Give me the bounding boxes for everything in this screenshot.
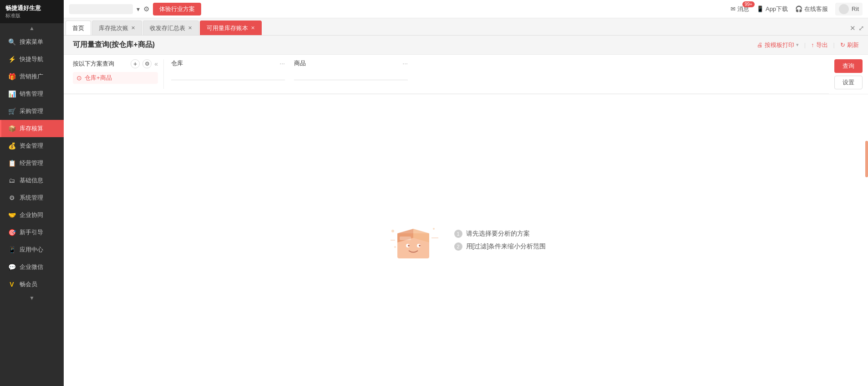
- settings-button[interactable]: 设置: [834, 76, 863, 89]
- scheme-icon: ⊙: [76, 74, 82, 82]
- sidebar-item-guide[interactable]: 🎯 新手引导: [0, 224, 64, 241]
- money-icon: 💰: [8, 142, 16, 149]
- empty-text: 1 请先选择要分析的方案 2 用[过滤]条件来缩小分析范围: [454, 230, 546, 251]
- warehouse-input[interactable]: [171, 69, 285, 80]
- refresh-label: 刷新: [847, 41, 859, 49]
- tab-batch-account[interactable]: 库存批次账 ✕: [92, 21, 142, 35]
- sidebar-scroll-up[interactable]: ▲: [0, 23, 64, 33]
- chat-icon: 💬: [8, 263, 16, 271]
- product-input[interactable]: [294, 69, 408, 80]
- online-support-label: 在线客服: [804, 5, 828, 13]
- user-area[interactable]: Rit: [835, 3, 863, 15]
- lightning-icon: ⚡: [8, 56, 16, 63]
- settings-scheme-button[interactable]: ⚙: [142, 59, 152, 68]
- trial-button[interactable]: 体验行业方案: [153, 3, 201, 15]
- scheme-label: 仓库+商品: [85, 74, 112, 82]
- print-dropdown-icon[interactable]: ▾: [796, 42, 799, 48]
- app-download-button[interactable]: 📱 App下载: [756, 5, 788, 13]
- sidebar-scroll-down[interactable]: ▼: [0, 293, 64, 303]
- sidebar-label-guide: 新手引导: [20, 228, 43, 237]
- sidebar-item-sales[interactable]: 📊 销售管理: [0, 85, 64, 103]
- filter-area: 按以下方案查询 + ⚙ « ⊙ 仓库+商品: [64, 55, 829, 94]
- svg-point-6: [408, 245, 410, 247]
- query-button[interactable]: 查询: [834, 59, 863, 73]
- topbar-right: ✉ 消息 99+ 📱 App下载 🎧 在线客服 Rit: [731, 3, 863, 15]
- user-name: Rit: [852, 5, 859, 12]
- tab-available-stock-close[interactable]: ✕: [251, 25, 255, 31]
- empty-state: 1 请先选择要分析的方案 2 用[过滤]条件来缩小分析范围: [64, 94, 868, 386]
- sidebar-label-finance: 资金管理: [20, 142, 43, 150]
- tab-batch-account-close[interactable]: ✕: [131, 25, 135, 31]
- sidebar-item-purchase[interactable]: 🛒 采购管理: [0, 103, 64, 120]
- sidebar-label-basic: 基础信息: [20, 176, 43, 185]
- topbar-dropdown-button[interactable]: ▾: [137, 5, 140, 13]
- tab-available-stock-label: 可用量库存账本: [207, 24, 248, 32]
- sidebar-item-member[interactable]: V 畅会员: [0, 276, 64, 293]
- sidebar-item-system[interactable]: ⚙ 系统管理: [0, 189, 64, 206]
- topbar-search-input[interactable]: [69, 4, 133, 14]
- tab-home-label: 首页: [72, 24, 84, 32]
- export-icon: ↑: [811, 41, 814, 48]
- filter-scheme-actions: + ⚙ «: [131, 59, 158, 68]
- sidebar-item-marketing[interactable]: 🎁 营销推广: [0, 68, 64, 85]
- tab-receipt-summary[interactable]: 收发存汇总表 ✕: [143, 21, 199, 35]
- scheme-warehouse-product[interactable]: ⊙ 仓库+商品: [73, 72, 158, 84]
- handshake-icon: 🤝: [8, 211, 16, 219]
- export-button[interactable]: ↑ 导出: [811, 41, 828, 49]
- tabbar-right-actions: ✕ ⤢: [850, 24, 864, 32]
- warehouse-label: 仓库 ···: [171, 59, 285, 67]
- sidebar-label-sales: 销售管理: [20, 90, 43, 98]
- sidebar-item-operation[interactable]: 📋 经营管理: [0, 154, 64, 172]
- vip-icon: V: [8, 281, 16, 288]
- empty-step2: 2 用[过滤]条件来缩小分析范围: [454, 242, 546, 251]
- search-icon: 🔍: [8, 38, 16, 46]
- product-filter-field: 商品 ···: [294, 59, 408, 80]
- tab-close-all-button[interactable]: ✕: [850, 24, 856, 32]
- sidebar-item-basic[interactable]: 🗂 基础信息: [0, 172, 64, 189]
- product-ellipsis-button[interactable]: ···: [402, 60, 408, 67]
- message-button[interactable]: ✉ 消息 99+: [731, 5, 749, 13]
- sidebar-label-search: 搜索菜单: [20, 38, 43, 46]
- print-button[interactable]: 🖨 按模板打印 ▾: [757, 41, 799, 49]
- refresh-button[interactable]: ↻ 刷新: [840, 41, 859, 49]
- collapse-scheme-button[interactable]: «: [154, 60, 158, 67]
- topbar: ▾ ⚙ 体验行业方案 ✉ 消息 99+ 📱 App下载 🎧 在线客服 Rit: [64, 0, 868, 18]
- page-content: 可用量查询(按仓库+商品) 🖨 按模板打印 ▾ | ↑ 导出 | ↻ 刷新: [64, 36, 868, 386]
- tab-receipt-summary-close[interactable]: ✕: [188, 25, 192, 31]
- sidebar-item-search[interactable]: 🔍 搜索菜单: [0, 33, 64, 51]
- filter-fields: 仓库 ··· 商品 ···: [164, 59, 820, 89]
- sidebar-item-enterprise[interactable]: 🤝 企业协同: [0, 206, 64, 224]
- svg-point-8: [391, 230, 394, 232]
- tab-home[interactable]: 首页: [66, 21, 91, 35]
- filter-scheme-header: 按以下方案查询 + ⚙ «: [73, 59, 158, 68]
- add-scheme-button[interactable]: +: [131, 59, 140, 68]
- gear-icon: ⚙: [8, 194, 16, 201]
- page-title: 可用量查询(按仓库+商品): [73, 40, 155, 50]
- sidebar-item-inventory[interactable]: 📦 库存核算: [0, 120, 64, 137]
- svg-rect-3: [400, 237, 411, 240]
- filter-row: 按以下方案查询 + ⚙ « ⊙ 仓库+商品: [64, 55, 868, 94]
- svg-point-7: [419, 245, 421, 247]
- warehouse-ellipsis-button[interactable]: ···: [279, 60, 285, 67]
- message-icon: ✉: [731, 5, 736, 12]
- filter-scheme-panel: 按以下方案查询 + ⚙ « ⊙ 仓库+商品: [73, 59, 164, 89]
- topbar-gear-button[interactable]: ⚙: [143, 5, 149, 13]
- printer-icon: 🖨: [757, 41, 763, 48]
- app-name: 畅捷通好生意: [5, 5, 58, 12]
- sidebar-item-apps[interactable]: 📱 应用中心: [0, 241, 64, 258]
- online-support-button[interactable]: 🎧 在线客服: [795, 5, 828, 13]
- box-icon: 📦: [8, 125, 16, 132]
- sidebar-item-wechat[interactable]: 💬 企业微信: [0, 258, 64, 276]
- tabbar: 首页 库存批次账 ✕ 收发存汇总表 ✕ 可用量库存账本 ✕ ✕ ⤢: [64, 18, 868, 36]
- tab-expand-button[interactable]: ⤢: [858, 24, 864, 32]
- sidebar-item-finance[interactable]: 💰 资金管理: [0, 137, 64, 154]
- sidebar: 畅捷通好生意 标准版 ▲ 🔍 搜索菜单 ⚡ 快捷导航 🎁 营销推广 📊 销售管理…: [0, 0, 64, 386]
- chart-icon: 📊: [8, 90, 16, 98]
- tab-available-stock[interactable]: 可用量库存账本 ✕: [200, 21, 262, 35]
- sidebar-item-quick-nav[interactable]: ⚡ 快捷导航: [0, 51, 64, 68]
- message-badge: 99+: [742, 1, 755, 7]
- scrollbar-indicator[interactable]: [865, 141, 868, 177]
- empty-illustration: [386, 213, 441, 268]
- sidebar-label-inventory: 库存核算: [20, 124, 43, 133]
- refresh-icon: ↻: [840, 41, 845, 48]
